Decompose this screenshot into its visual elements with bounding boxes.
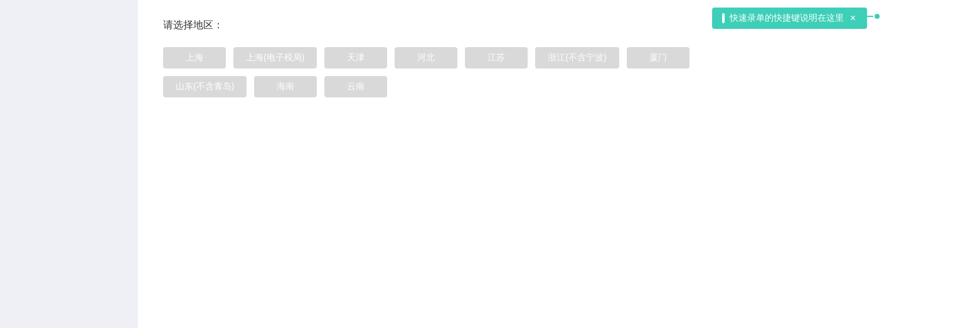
bar-accent-icon (722, 13, 725, 23)
region-button[interactable]: 天津 (324, 47, 387, 68)
region-button[interactable]: 河北 (395, 47, 457, 68)
region-button[interactable]: 海南 (254, 76, 317, 97)
region-button[interactable]: 云南 (324, 76, 387, 97)
sidebar (0, 0, 138, 328)
region-button[interactable]: 浙江(不含宁波) (535, 47, 619, 68)
tooltip-bar: 快速录单的快捷键说明在这里 × (712, 8, 867, 29)
tooltip-text: 快速录单的快捷键说明在这里 (730, 13, 844, 24)
region-button[interactable]: 厦门 (627, 47, 690, 68)
tooltip-connector-line (865, 16, 873, 17)
main-content: 请选择地区： 上海上海(电子税局)天津河北江苏浙江(不含宁波)厦门 山东(不含青… (138, 0, 980, 328)
tooltip-connector-dot (873, 13, 881, 20)
region-button[interactable]: 山东(不含青岛) (163, 76, 247, 97)
region-row-1: 上海上海(电子税局)天津河北江苏浙江(不含宁波)厦门 (163, 47, 955, 68)
region-button[interactable]: 上海 (163, 47, 226, 68)
region-button[interactable]: 江苏 (465, 47, 528, 68)
region-button[interactable]: 上海(电子税局) (233, 47, 317, 68)
tooltip-close-button[interactable]: × (849, 13, 857, 23)
region-row-2: 山东(不含青岛)海南云南 (163, 76, 955, 97)
